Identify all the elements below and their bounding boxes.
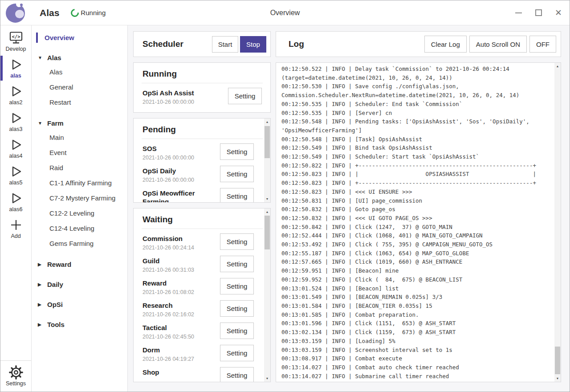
setting-button[interactable]: Setting — [220, 143, 254, 160]
chevron-right-icon: ▶ — [38, 262, 44, 267]
scroll-thumb[interactable] — [265, 126, 270, 158]
auto-scroll-on-button[interactable]: Auto Scroll ON — [469, 36, 527, 53]
close-button[interactable]: ✕ — [554, 9, 562, 17]
nav-item-c12-2-leveling[interactable]: C12-2 Leveling — [32, 205, 127, 220]
log-line: 00:12:50.522 | INFO | Delay task `Commis… — [281, 65, 550, 82]
log-output: 00:12:50.522 | INFO | Delay task `Commis… — [276, 62, 561, 382]
sidebar-item-alas3[interactable]: alas3 — [0, 108, 31, 135]
app-logo-icon — [6, 3, 25, 23]
nav-section-tools[interactable]: ▶Tools — [32, 318, 127, 331]
nav-item-raid[interactable]: Raid — [32, 160, 127, 175]
scroll-thumb[interactable] — [555, 347, 560, 374]
nav-item-gems-farming[interactable]: Gems Farming — [32, 236, 127, 251]
setting-button[interactable]: Setting — [220, 166, 254, 182]
play-icon — [8, 110, 24, 126]
status-text: Running — [81, 9, 106, 16]
log-line: 00:12:57.665 | INFO | Click (1019, 660) … — [281, 257, 550, 266]
setting-button[interactable]: Setting — [220, 188, 254, 202]
nav-section-label: OpSi — [47, 301, 63, 308]
nav-item-alas[interactable]: Alas — [32, 64, 127, 79]
task-row: OpSi Daily2021-10-26 00:00:00Setting — [142, 166, 270, 188]
scroll-down-icon[interactable]: ▼ — [264, 196, 270, 202]
log-line: 00:12:50.549 | INFO | Bind task OpsiAshA… — [281, 143, 550, 152]
sidebar-item-label: Add — [11, 233, 20, 239]
log-line: 00:12:50.535 | INFO | Scheduler: End tas… — [281, 100, 550, 109]
pending-panel: PendingSOS2021-10-26 00:00:00SettingOpSi… — [133, 118, 271, 203]
nav-section-daily[interactable]: ▶Daily — [32, 278, 127, 291]
chevron-down-icon: ▼ — [38, 55, 44, 60]
divider — [142, 83, 263, 83]
nav-section-reward[interactable]: ▶Reward — [32, 257, 127, 271]
nav-item-c1-1-affinity-farming[interactable]: C1-1 Affinity Farming — [32, 175, 127, 190]
running-spinner-icon — [69, 7, 81, 18]
setting-button[interactable]: Setting — [220, 256, 254, 272]
setting-button[interactable]: Setting — [220, 300, 254, 317]
waiting-panel: WaitingCommission2021-10-26 00:24:14Sett… — [133, 208, 271, 382]
sidebar-item-settings[interactable]: Settings — [0, 360, 31, 392]
scroll-thumb[interactable] — [265, 216, 270, 249]
sidebar-item-add[interactable]: Add — [0, 215, 31, 242]
nav-item-main[interactable]: Main — [32, 130, 127, 145]
setting-button[interactable]: Setting — [220, 233, 254, 250]
start-button[interactable]: Start — [212, 36, 238, 53]
log-line: 00:12:50.832 | INFO | Goto page_os — [281, 205, 550, 214]
log-line: 00:12:53.492 | INFO | Click ( 755, 395) … — [281, 240, 550, 249]
setting-button[interactable]: Setting — [220, 323, 254, 339]
chevron-right-icon: ▶ — [38, 282, 44, 287]
sidebar-item-alas[interactable]: alas — [0, 55, 31, 82]
sidebar-item-develop[interactable]: </>Develop — [0, 28, 31, 55]
log-line: 00:12:50.548 | INFO | [Task] OpsiAshAssi… — [281, 135, 550, 144]
setting-button[interactable]: Setting — [220, 278, 254, 294]
scrollbar[interactable]: ▲▼ — [264, 118, 270, 202]
log-scrollbar[interactable]: ▲ ▼ — [554, 63, 561, 382]
log-panel-header: Log Clear Log Auto Scroll ON OFF — [276, 31, 561, 57]
task-name: Tactical — [142, 323, 219, 332]
maximize-button[interactable] — [534, 9, 542, 17]
play-icon — [8, 164, 24, 179]
sidebar-item-alas5[interactable]: alas5 — [0, 162, 31, 188]
sidebar-item-alas4[interactable]: alas4 — [0, 135, 31, 162]
task-name: Reward — [142, 278, 219, 287]
nav-item-event[interactable]: Event — [32, 145, 127, 160]
play-icon — [8, 57, 24, 72]
waiting-task-list: Commission2021-10-26 00:24:14SettingGuil… — [134, 233, 270, 382]
sidebar-item-alas6[interactable]: alas6 — [0, 188, 31, 215]
auto-scroll-off-button[interactable]: OFF — [529, 36, 556, 53]
task-row: Guild2021-10-26 00:31:03Setting — [142, 256, 270, 278]
scroll-down-icon[interactable]: ▼ — [554, 375, 561, 382]
running-panel: RunningOpSi Ash Assist2021-10-26 00:00:0… — [133, 62, 271, 113]
scroll-up-icon[interactable]: ▲ — [264, 208, 270, 215]
nav-item-general[interactable]: General — [32, 79, 127, 94]
task-row: SOS2021-10-26 00:00:00Setting — [142, 143, 270, 166]
task-row: Reward2021-10-26 01:08:02Setting — [142, 278, 270, 300]
nav-section-label: Reward — [47, 261, 71, 268]
scroll-down-icon[interactable]: ▼ — [264, 375, 270, 382]
clear-log-button[interactable]: Clear Log — [424, 36, 467, 53]
nav-section-alas[interactable]: ▼Alas — [32, 51, 127, 64]
instance-sidebar: </>Developalasalas2alas3alas4alas5alas6A… — [0, 25, 32, 392]
divider — [142, 229, 263, 229]
log-line: 00:13:14.027 | INFO | Combat auto check … — [281, 363, 550, 372]
nav-item-c12-4-leveling[interactable]: C12-4 Leveling — [32, 220, 127, 236]
setting-button[interactable]: Setting — [220, 345, 254, 361]
sidebar-item-label: alas4 — [9, 153, 23, 159]
sidebar-item-alas2[interactable]: alas2 — [0, 82, 31, 108]
nav-section-label: Alas — [47, 54, 61, 61]
scroll-up-icon[interactable]: ▲ — [264, 118, 270, 125]
stop-button[interactable]: Stop — [240, 36, 266, 53]
svg-text:</>: </> — [12, 34, 20, 39]
nav-item-c7-2-mystery-farming[interactable]: C7-2 Mystery Farming — [32, 190, 127, 205]
log-line: 00:12:50.823 | INFO | <<< UI ENSURE >>> — [281, 188, 550, 196]
setting-button[interactable]: Setting — [228, 88, 262, 104]
nav-item-restart[interactable]: Restart — [32, 94, 127, 110]
scrollbar[interactable]: ▲▼ — [264, 208, 270, 382]
nav-item-overview[interactable]: Overview — [32, 31, 127, 44]
setting-button[interactable]: Setting — [220, 367, 254, 382]
code-monitor-icon: </> — [9, 30, 23, 45]
running-task-list: OpSi Ash Assist2021-10-26 00:00:00Settin… — [134, 88, 270, 112]
nav-section-farm[interactable]: ▼Farm — [32, 116, 127, 130]
nav-section-opsi[interactable]: ▶OpSi — [32, 298, 127, 311]
chevron-right-icon: ▶ — [38, 322, 44, 327]
scroll-up-icon[interactable]: ▲ — [554, 63, 561, 69]
minimize-button[interactable] — [514, 9, 522, 17]
